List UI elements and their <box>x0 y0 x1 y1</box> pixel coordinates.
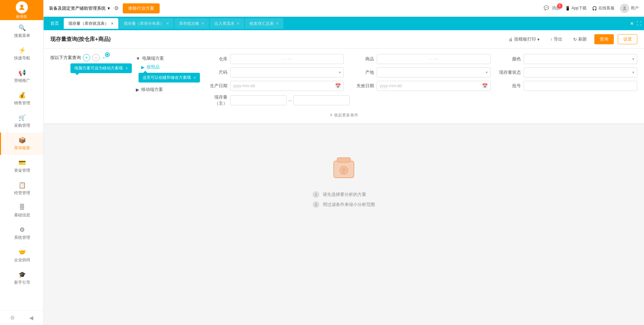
experience-button[interactable]: 体验行业方案 <box>123 3 160 13</box>
tooltip1-close-btn[interactable]: × <box>125 66 128 71</box>
scheme-node-mobile[interactable]: ▶ 移动端方案 <box>136 85 200 94</box>
empty-steps: 1 请先选择要分析的方案 2 用过滤条件来缩小分析范围 <box>313 191 375 208</box>
step-2-text: 用过滤条件来缩小分析范围 <box>323 202 375 208</box>
tab-batch-ledger[interactable]: 库存批次账 ✕ <box>174 18 209 29</box>
header-left: 装备及固定资产辅助管理系统 ▾ ⚙ 体验行业方案 <box>49 3 160 13</box>
tab-receipt-summary[interactable]: 收发存汇总表 ✕ <box>245 18 283 29</box>
settings-button[interactable]: 设置 <box>618 34 637 44</box>
sidebar-menu: 🔍 搜索菜单 ⚡ 快捷导航 📢 营销推广 💰 销售管理 🛒 采购管理 📦 库存核… <box>0 20 43 310</box>
sidebar-item-operations[interactable]: 📋 经营管理 <box>0 177 43 200</box>
sidebar-item-finance[interactable]: 💳 资金管理 <box>0 155 43 177</box>
tab-inventory-status-label: 现存量（库存状况表） <box>68 21 109 26</box>
inventory-main-to[interactable] <box>293 95 350 105</box>
system-name-selector[interactable]: 装备及固定资产辅助管理系统 ▾ <box>49 5 110 11</box>
basic-icon: 🗄 <box>19 204 25 211</box>
sidebar-item-system[interactable]: ⚙ 系统管理 <box>0 222 43 245</box>
color-select[interactable]: ▾ <box>524 54 637 64</box>
range-dash: — <box>288 98 292 103</box>
warehouse-field: 仓库 ··· ⋯ <box>204 54 344 64</box>
empty-state: 1 请先选择要分析的方案 2 用过滤条件来缩小分析范围 <box>44 124 644 235</box>
add-scheme-button[interactable]: ＋ <box>83 54 90 61</box>
app-download-button[interactable]: 📱 App下载 <box>565 5 587 11</box>
size-label: 尺码 <box>204 69 227 75</box>
empty-step-2: 2 用过滤条件来缩小分析范围 <box>313 201 375 208</box>
tab-close-all-icon[interactable]: ✕ <box>630 21 634 26</box>
tab-in-out-flow-close[interactable]: ✕ <box>236 21 239 26</box>
sidebar-item-marketing[interactable]: 📢 营销推广 <box>0 65 43 88</box>
sidebar-item-search[interactable]: 🔍 搜索菜单 <box>0 20 43 43</box>
collapse-text: 收起更多条件 <box>334 112 358 118</box>
tab-receipt-summary-close[interactable]: ✕ <box>276 21 279 26</box>
online-support-button[interactable]: 🎧 在线客服 <box>592 5 614 11</box>
inventory-main-from[interactable] <box>230 95 286 105</box>
tooltip2-close-btn[interactable]: × <box>194 75 196 80</box>
cooperation-icon: 🤝 <box>18 249 26 256</box>
scheme-selected-indicator: ▶ <box>141 65 145 70</box>
sidebar-settings-icon[interactable]: ⚙ <box>10 315 15 321</box>
tab-receipt-summary-label: 收发存汇总表 <box>250 21 274 26</box>
user-area[interactable]: 用户 <box>620 4 639 13</box>
svg-rect-6 <box>342 170 346 171</box>
tab-in-out-flow[interactable]: 出入库流水 ✕ <box>210 18 244 29</box>
collapse-bar[interactable]: ∧ 收起更多条件 <box>50 110 637 118</box>
page-title: 现存量查询(按仓库+商品) <box>50 36 111 43</box>
inventory-status-label: 现存量状态 <box>497 69 521 75</box>
sidebar-item-basic[interactable]: 🗄 基础信息 <box>0 200 43 222</box>
origin-select[interactable]: ▾ <box>377 67 490 77</box>
print-button[interactable]: 🖨 按模板打印 ▾ <box>505 35 543 44</box>
inventory-main-field: 现存量（主） — <box>204 94 350 106</box>
content-area: 现存量查询(按仓库+商品) 🖨 按模板打印 ▾ ↑ 导出 ↻ 刷新 查询 设置 <box>44 30 644 325</box>
inventory-status-select[interactable]: ▾ <box>524 67 637 77</box>
production-date-calendar-icon: 📅 <box>335 83 341 89</box>
sidebar-item-purchase[interactable]: 🛒 采购管理 <box>0 110 43 132</box>
sidebar-footer: ⚙ ◀ <box>0 310 43 325</box>
warehouse-input[interactable]: ··· ⋯ <box>230 54 344 64</box>
sidebar-item-cooperation[interactable]: 🤝 企业协同 <box>0 245 43 267</box>
empty-illustration <box>327 151 361 184</box>
size-select[interactable]: ▾ <box>230 67 344 77</box>
sidebar-item-quick[interactable]: ⚡ 快捷导航 <box>0 43 43 65</box>
export-icon: ↑ <box>550 37 553 42</box>
tab-inventory-status[interactable]: 现存量（库存状况表） ✕ <box>64 18 118 29</box>
svg-rect-7 <box>342 172 344 173</box>
production-date-field: 生产日期 yyyy-mm-dd 📅 <box>204 81 344 91</box>
expiry-date-input[interactable]: yyyy-mm-dd 📅 <box>377 81 490 91</box>
tab-inventory-status-close[interactable]: ✕ <box>111 21 114 26</box>
scheme-node-desktop[interactable]: ▼ 电脑端方案 <box>136 54 200 63</box>
quick-icon: ⚡ <box>18 47 26 54</box>
print-icon: 🖨 <box>508 37 513 42</box>
sidebar-item-guide[interactable]: 🎓 新手引导 <box>0 267 43 289</box>
tab-inventory-dist-close[interactable]: ✕ <box>166 21 169 26</box>
dropdown-icon: ▾ <box>108 6 110 11</box>
query-button[interactable]: 查询 <box>594 34 614 44</box>
step-2-num: 2 <box>313 201 319 208</box>
sidebar-item-sales[interactable]: 💰 销售管理 <box>0 88 43 110</box>
guide-icon: 🎓 <box>18 271 26 278</box>
step-1-num: 1 <box>313 191 319 198</box>
inventory-status-dropdown-icon: ▾ <box>632 70 634 75</box>
header-settings-icon[interactable]: ⚙ <box>114 5 119 11</box>
message-icon: 💬 <box>544 5 549 10</box>
tab-bar: 首页 现存量（库存状况表） ✕ 现存量（库存分布表） ✕ 库存批次账 ✕ 出入库… <box>44 17 644 30</box>
message-button[interactable]: 💬 6 消息 <box>544 5 560 11</box>
filter-label: 按以下方案查询 <box>50 55 81 61</box>
goods-input[interactable]: ··· ⋯ <box>377 54 490 64</box>
tab-batch-ledger-close[interactable]: ✕ <box>201 21 204 26</box>
purchase-icon: 🛒 <box>18 114 26 121</box>
refresh-button[interactable]: ↻ 刷新 <box>570 35 590 44</box>
edit-scheme-button[interactable]: ○ <box>92 54 100 61</box>
batch-no-input[interactable] <box>524 81 637 91</box>
message-badge: 6 <box>557 3 562 9</box>
tab-inventory-dist[interactable]: 现存量（库存分布表） ✕ <box>119 18 174 29</box>
production-date-input[interactable]: yyyy-mm-dd 📅 <box>230 81 344 91</box>
tab-home[interactable]: 首页 <box>46 18 63 29</box>
scheme-node-byproduct[interactable]: ▶ 按照品 <box>141 63 200 71</box>
phone-icon: 📱 <box>565 6 570 11</box>
operations-icon: 📋 <box>18 181 26 189</box>
sidebar-collapse-icon[interactable]: ◀ <box>29 315 33 321</box>
tab-bar-actions: ✕ ⛶ <box>630 21 641 26</box>
sidebar-item-inventory[interactable]: 📦 库存核算 <box>0 132 43 155</box>
export-button[interactable]: ↑ 导出 <box>547 35 566 44</box>
header-right: 💬 6 消息 📱 App下载 🎧 在线客服 用户 <box>544 4 639 13</box>
tab-fullscreen-icon[interactable]: ⛶ <box>637 21 641 26</box>
